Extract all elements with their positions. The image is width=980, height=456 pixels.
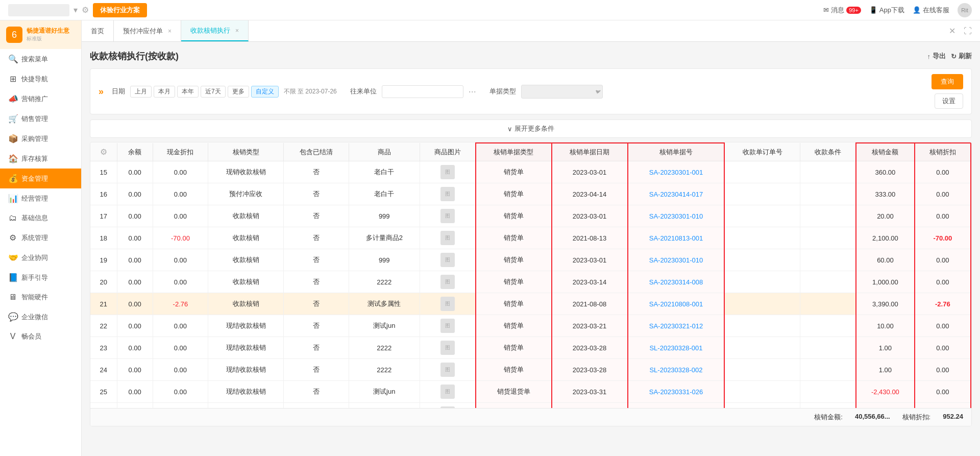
sidebar-item-finance[interactable]: 💰 资金管理 <box>0 169 81 188</box>
td-cash-discount: 0.00 <box>153 249 208 271</box>
td-cash-discount: 0.00 <box>153 337 208 359</box>
td-verify-bill-no[interactable]: SA-20210808-001 <box>628 293 725 315</box>
hardware-icon: 🖥 <box>8 293 17 302</box>
td-verify-bill-no[interactable]: SL-20230328-002 <box>628 359 725 381</box>
tab-expand-btn[interactable]: ⛶ <box>962 25 974 38</box>
dropdown-icon[interactable]: ▾ <box>74 5 78 15</box>
th-settings[interactable]: ⚙ <box>90 143 117 161</box>
td-verify-bill-no[interactable]: SA-20210813-001 <box>628 227 725 249</box>
system-icon: ⚙ <box>8 233 17 243</box>
expand-more-btn[interactable]: ∨ 展开更多条件 <box>507 124 554 133</box>
td-verify-type: 现结收款核销 <box>208 359 283 381</box>
unit-input[interactable] <box>382 85 463 98</box>
td-verify-bill-no[interactable]: SA-20230321-012 <box>628 315 725 337</box>
filter-dots: ··· <box>469 86 476 97</box>
setting-btn[interactable]: 设置 <box>935 93 963 109</box>
td-verify-amount: -2,430.00 <box>856 381 915 403</box>
avatar[interactable]: Rit <box>958 3 972 17</box>
td-cash-discount: 0.00 <box>153 271 208 293</box>
settings-icon[interactable]: ⚙ <box>82 5 89 15</box>
td-verify-bill-no[interactable]: SL-20230328-001 <box>628 337 725 359</box>
table-scroll[interactable]: ⚙ 余额 现金折扣 核销类型 包含已结清 商品 商品图片 核销单据类型 核销单据… <box>90 142 971 408</box>
sidebar-item-system[interactable]: ⚙ 系统管理 <box>0 228 81 248</box>
footer-verify-discount-label: 核销折扣: <box>902 413 931 422</box>
inventory-icon: 🏠 <box>8 154 17 163</box>
td-verify-amount: 360.00 <box>856 161 915 183</box>
date-btn-this-year[interactable]: 本年 <box>177 86 199 98</box>
tab-receipt-label: 收款核销执行 <box>190 26 230 35</box>
date-btn-custom[interactable]: 自定义 <box>251 86 279 98</box>
td-verify-bill-no[interactable]: SA-20230414-017 <box>628 183 725 205</box>
td-verify-type: 收款核销 <box>208 227 283 249</box>
td-verify-bill-type: 销货单 <box>476 403 552 409</box>
td-receipt-condition <box>800 337 856 359</box>
td-verify-bill-date: 2023-03-01 <box>552 205 628 227</box>
sidebar-item-search[interactable]: 🔍 搜索菜单 <box>0 49 81 69</box>
sidebar-label-sales: 销售管理 <box>21 114 48 124</box>
td-receipt-condition <box>800 161 856 183</box>
app-download-btn[interactable]: 📱 App下载 <box>869 6 904 15</box>
td-verify-bill-no[interactable]: SA-20230301-010 <box>628 249 725 271</box>
td-receipt-condition <box>800 227 856 249</box>
date-btn-this-month[interactable]: 本月 <box>154 86 175 98</box>
sidebar-item-quick[interactable]: ⊞ 快捷导航 <box>0 69 81 89</box>
sidebar-item-business[interactable]: 📊 经营管理 <box>0 188 81 208</box>
tab-receipt[interactable]: 收款核销执行 × <box>181 20 249 41</box>
sidebar-item-marketing[interactable]: 📣 营销推广 <box>0 89 81 109</box>
td-verify-bill-no[interactable]: ABC-001 <box>628 403 725 409</box>
td-no: 21 <box>90 293 117 315</box>
td-verify-discount: 0.00 <box>915 403 971 409</box>
messages-btn[interactable]: ✉ 消息 99+ <box>823 6 861 15</box>
sidebar-item-guide[interactable]: 📘 新手引导 <box>0 268 81 287</box>
td-verify-bill-date: 2023-03-28 <box>552 359 628 381</box>
td-verify-bill-no[interactable]: SA-20230314-008 <box>628 271 725 293</box>
expand-more-label: 展开更多条件 <box>514 124 554 133</box>
date-btn-more[interactable]: 更多 <box>228 86 249 98</box>
td-verify-bill-no[interactable]: SA-20230301-001 <box>628 161 725 183</box>
query-btn[interactable]: 查询 <box>932 74 963 89</box>
sidebar-item-corp[interactable]: 🤝 企业协同 <box>0 248 81 268</box>
voucher-type-select[interactable] <box>521 85 603 99</box>
sidebar-label-guide: 新手引导 <box>21 273 48 282</box>
refresh-btn[interactable]: ↻ 刷新 <box>951 52 972 61</box>
tab-close-window-btn[interactable]: ✕ <box>947 24 958 38</box>
settings-icon[interactable]: ⚙ <box>100 148 107 156</box>
sidebar-item-sales[interactable]: 🛒 销售管理 <box>0 109 81 129</box>
td-no: 18 <box>90 227 117 249</box>
tab-prepay-close[interactable]: × <box>168 28 172 35</box>
td-verify-bill-no[interactable]: SA-20230301-010 <box>628 205 725 227</box>
footer-verify-amount-total: 40,556,66... <box>855 413 890 422</box>
td-verify-bill-date: 2023-03-01 <box>552 249 628 271</box>
tab-home[interactable]: 首页 <box>82 20 114 41</box>
page-title: 收款核销执行(按收款) <box>90 50 179 62</box>
td-verify-bill-no[interactable]: SA-20230331-026 <box>628 381 725 403</box>
table-row: 16 0.00 0.00 预付冲应收 否 老白干 图 销货单 2023-04-1… <box>90 183 971 205</box>
app-icon: 📱 <box>869 6 877 14</box>
industry-btn[interactable]: 休验行业方案 <box>93 3 147 17</box>
td-cash-discount: 0.00 <box>153 381 208 403</box>
table-row: 20 0.00 0.00 收款核销 否 2222 图 销货单 2023-03-1… <box>90 271 971 293</box>
filter-expand-icon[interactable]: » <box>99 86 104 97</box>
td-product: 2222 <box>349 271 420 293</box>
td-balance: 0.00 <box>117 227 153 249</box>
td-include-settled: 否 <box>283 359 349 381</box>
sidebar-item-basic[interactable]: 🗂 基础信息 <box>0 208 81 228</box>
tab-prepay[interactable]: 预付冲应付单 × <box>114 20 181 41</box>
sidebar-label-search: 搜索菜单 <box>21 55 48 64</box>
sidebar-item-inventory[interactable]: 🏠 库存核算 <box>0 149 81 169</box>
th-verify-discount: 核销折扣 <box>915 143 971 161</box>
td-receipt-condition <box>800 249 856 271</box>
sidebar-label-finance: 资金管理 <box>21 174 48 183</box>
date-btn-7days[interactable]: 近7天 <box>201 86 226 98</box>
date-btn-last-month[interactable]: 上月 <box>130 86 152 98</box>
sidebar-item-hardware[interactable]: 🖥 智能硬件 <box>0 287 81 307</box>
export-btn[interactable]: ↑ 导出 <box>927 52 946 61</box>
td-balance: 0.00 <box>117 161 153 183</box>
sidebar-item-purchase[interactable]: 📦 采购管理 <box>0 129 81 149</box>
sidebar-item-wechat[interactable]: 💬 企业微信 <box>0 307 81 327</box>
tab-receipt-close[interactable]: × <box>235 27 239 34</box>
online-service-btn[interactable]: 👤 在线客服 <box>913 6 949 15</box>
td-receipt-order-no <box>724 403 800 409</box>
sidebar-item-member[interactable]: V 畅会员 <box>0 327 81 346</box>
td-verify-bill-date: 2023-03-21 <box>552 315 628 337</box>
